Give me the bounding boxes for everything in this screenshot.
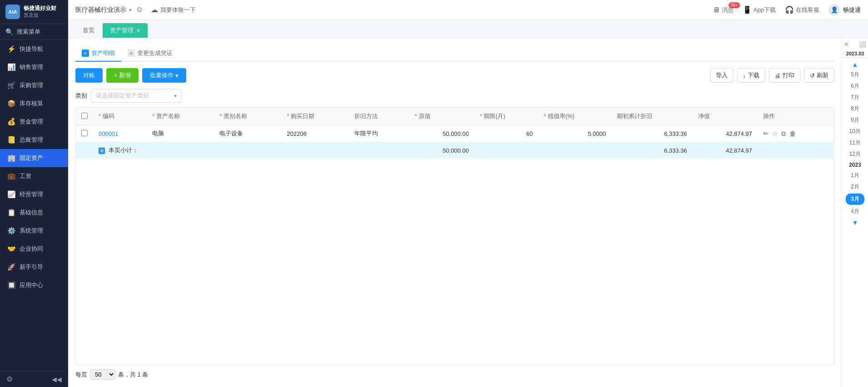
salary-label: 工资 xyxy=(20,172,31,180)
filter-category-select[interactable]: 请选择固定资产类别 ▾ xyxy=(91,89,182,103)
sidebar-item-sales[interactable]: 📊 销售管理 xyxy=(0,58,68,76)
cooperation-icon: 🤝 xyxy=(7,245,16,253)
message-badge: 99+ xyxy=(729,2,740,8)
customer-service-btn[interactable]: 🎧 在线客服 xyxy=(785,5,819,14)
tab-home[interactable]: 首页 xyxy=(75,23,102,38)
new-btn[interactable]: + 新增 xyxy=(106,68,139,83)
subtotal-original-value: 50,000.00 xyxy=(409,142,474,159)
tab-asset-management[interactable]: 资产管理 ✕ xyxy=(103,23,148,38)
sidebar-item-salary[interactable]: 💼 工资 xyxy=(0,167,68,185)
search-menu-label: 搜索菜单 xyxy=(17,28,40,36)
sidebar-item-management[interactable]: 📈 经营管理 xyxy=(0,185,68,203)
delete-icon[interactable]: 🗑 xyxy=(789,130,796,137)
col-category: * 类别名称 xyxy=(214,108,281,125)
cell-period: 60 xyxy=(474,125,538,142)
row-checkbox[interactable] xyxy=(81,130,88,136)
message-btn[interactable]: 🖥 消息 99+ xyxy=(713,6,734,14)
system-label: 系统管理 xyxy=(20,227,43,235)
sidebar-item-ledger[interactable]: 📒 总账管理 xyxy=(0,131,68,149)
filter-row: 类别 请选择固定资产类别 ▾ xyxy=(75,89,834,103)
account-btn[interactable]: 对账 xyxy=(75,68,103,83)
col-depreciation-method: 折旧方法 xyxy=(349,108,409,125)
copy-icon[interactable]: ⧉ xyxy=(781,130,786,138)
print-btn[interactable]: 🖨 打印 xyxy=(769,68,800,83)
gear-icon[interactable]: ⚙ xyxy=(136,5,143,14)
sidebar-item-purchase[interactable]: 🛒 采购管理 xyxy=(0,76,68,94)
timeline-11[interactable]: 11月 xyxy=(842,137,868,149)
subtotal-row: ⊞ 本页小计： 50,000.00 6,333.36 42,874.97 xyxy=(76,142,834,159)
company-selector[interactable]: 医疗器械行业演示 ▾ xyxy=(75,6,132,14)
basic-info-icon: 📋 xyxy=(7,208,16,217)
per-page-select[interactable]: 50 100 200 xyxy=(90,369,115,380)
app-download-icon: 📱 xyxy=(743,5,752,14)
print-label: 打印 xyxy=(783,71,794,79)
right-sidebar-close-icon[interactable]: ✕ xyxy=(844,41,849,48)
sidebar-item-system[interactable]: ⚙️ 系统管理 xyxy=(0,222,68,240)
cell-residual-rate: 5.0000 xyxy=(538,125,611,142)
sidebar-item-fixed-assets[interactable]: 🏢 固定资产 xyxy=(0,149,68,167)
search-menu-item[interactable]: 🔍 搜索菜单 xyxy=(0,24,68,40)
download-btn[interactable]: ↓ 下载 xyxy=(737,68,766,83)
cell-accumulated-depreciation: 6,333.36 xyxy=(611,125,693,142)
message-icon: 🖥 xyxy=(713,6,720,14)
sidebar-item-app-center[interactable]: 🔲 应用中心 xyxy=(0,276,68,294)
timeline-year-2023: 2023 xyxy=(842,160,868,170)
sub-tab-asset-detail-label: 资产明细 xyxy=(91,49,115,57)
right-sidebar-title: 2023.03 xyxy=(842,50,868,58)
sidebar-item-quick-nav[interactable]: ⚡ 快捷导航 xyxy=(0,40,68,58)
timeline-9[interactable]: 9月 xyxy=(842,114,868,126)
cell-code: 000001 xyxy=(93,125,147,142)
timeline-2[interactable]: 2月 xyxy=(842,181,868,193)
ledger-icon: 📒 xyxy=(7,136,16,144)
quick-nav-icon: ⚡ xyxy=(7,45,16,53)
timeline-scroll-up-icon[interactable]: ▲ xyxy=(851,60,859,69)
tab-close-icon[interactable]: ✕ xyxy=(136,28,140,34)
app-download-btn[interactable]: 📱 App下载 xyxy=(743,5,776,14)
download-icon: ↓ xyxy=(743,72,746,79)
right-sidebar: ✕ ⬜ 2023.03 ▲ 5月 6月 7月 8月 9月 10月 11月 12月… xyxy=(842,38,868,387)
batch-arrow-icon: ▾ xyxy=(175,72,179,79)
timeline-4[interactable]: 4月 xyxy=(842,206,868,217)
experience-btn[interactable]: ☁ 我要体验一下 xyxy=(151,5,196,14)
sales-label: 销售管理 xyxy=(20,63,43,71)
cell-name: 电脑 xyxy=(147,125,214,142)
timeline-10[interactable]: 10月 xyxy=(842,126,868,137)
cell-purchase-date: 202206 xyxy=(282,125,349,142)
col-accumulated-depreciation: 期初累计折旧 xyxy=(611,108,693,125)
sidebar-footer: ⚙ ◀◀ xyxy=(0,371,68,387)
sidebar-item-cooperation[interactable]: 🤝 企业协同 xyxy=(0,240,68,258)
sidebar-item-guide[interactable]: 🚀 新手引导 xyxy=(0,258,68,276)
guide-label: 新手引导 xyxy=(20,263,43,271)
right-sidebar-expand-icon[interactable]: ⬜ xyxy=(859,41,866,48)
timeline-3-current[interactable]: 3月 xyxy=(846,194,864,205)
sidebar-item-basic-info[interactable]: 📋 基础信息 xyxy=(0,203,68,222)
timeline-12[interactable]: 12月 xyxy=(842,149,868,160)
sidebar-item-funds[interactable]: 💰 资金管理 xyxy=(0,113,68,131)
sidebar-item-inventory[interactable]: 📦 库存核算 xyxy=(0,94,68,113)
settings-icon[interactable]: ⚙ xyxy=(6,375,13,383)
timeline-7[interactable]: 7月 xyxy=(842,92,868,103)
timeline-6[interactable]: 6月 xyxy=(842,80,868,92)
disable-icon[interactable]: ⊘ xyxy=(772,130,778,137)
timeline-8[interactable]: 8月 xyxy=(842,103,868,114)
timeline-scroll-down-icon[interactable]: ▼ xyxy=(851,218,859,227)
sub-tab-change-voucher[interactable]: ≡ 变更生成凭证 xyxy=(121,45,179,62)
import-btn[interactable]: 导入 xyxy=(710,68,734,83)
app-download-label: App下载 xyxy=(754,6,776,14)
col-purchase-date: * 购买日期 xyxy=(282,108,349,125)
sub-tab-asset-detail[interactable]: ≡ 资产明细 xyxy=(75,45,121,62)
download-label: 下载 xyxy=(748,71,759,79)
col-operation: 操作 xyxy=(758,108,834,125)
select-all-checkbox[interactable] xyxy=(81,113,88,119)
edit-icon[interactable]: ✏ xyxy=(763,130,769,137)
collapse-icon[interactable]: ◀◀ xyxy=(52,376,62,383)
timeline-5[interactable]: 5月 xyxy=(842,69,868,80)
timeline-1[interactable]: 1月 xyxy=(842,170,868,181)
sidebar-logo: AtA 畅捷通好业财 普及版 xyxy=(0,0,68,24)
cell-category: 电子设备 xyxy=(214,125,281,142)
batch-label: 批量操作 xyxy=(150,71,174,79)
refresh-icon: ↺ xyxy=(810,72,815,79)
col-name: * 资产名称 xyxy=(147,108,214,125)
refresh-btn[interactable]: ↺ 刷新 xyxy=(804,68,834,83)
batch-btn[interactable]: 批量操作 ▾ xyxy=(142,68,186,83)
